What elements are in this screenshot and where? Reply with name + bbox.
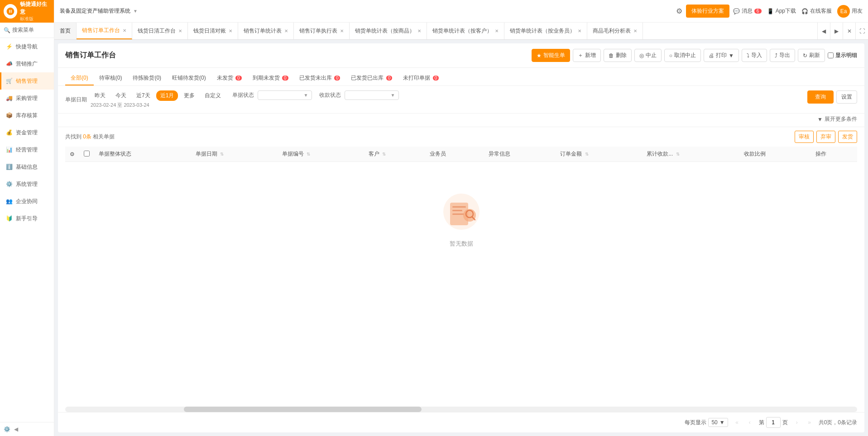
settings-icon[interactable]: ⚙ <box>70 151 75 157</box>
tab-sales-order-workbench[interactable]: 销售订单工作台 ✕ <box>77 23 132 39</box>
plus-icon: ＋ <box>578 52 583 59</box>
first-page-btn[interactable]: « <box>732 417 743 428</box>
sidebar-item-system[interactable]: ⚙️ 系统管理 <box>0 175 54 193</box>
status-select[interactable]: ▼ <box>258 90 312 100</box>
tab-close-sales-exec[interactable]: ✕ <box>340 28 344 33</box>
tab-close-cash-reconcile[interactable]: ✕ <box>229 28 232 33</box>
sidebar-item-purchase[interactable]: 🚚 采购管理 <box>0 90 54 107</box>
ship-btn[interactable]: 发货 <box>838 131 857 143</box>
sidebar-item-guide[interactable]: 🔰 新手引导 <box>0 210 54 227</box>
tab-sales-by-staff[interactable]: 销货单统计表（按业务员） ✕ <box>504 23 587 39</box>
horizontal-scrollbar[interactable] <box>65 407 857 412</box>
sub-tab-overdue[interactable]: 到期未发货 0 <box>247 71 294 85</box>
topbar-gear-icon[interactable]: ⚙ <box>676 7 682 15</box>
page-number-input[interactable] <box>766 417 781 428</box>
unaudit-btn[interactable]: 弃审 <box>816 131 835 143</box>
export-btn[interactable]: ⤴ 导出 <box>770 49 795 62</box>
app-download-btn[interactable]: 📱 App下载 <box>767 7 796 15</box>
tab-expand-btn[interactable]: ⛶ <box>855 23 868 40</box>
date-btn-1month[interactable]: 近1月 <box>156 90 178 101</box>
tab-sales-by-product[interactable]: 销货单统计表（按商品） ✕ <box>350 23 427 39</box>
refresh-btn[interactable]: ↻ 刷新 <box>798 49 825 62</box>
tab-close-by-product[interactable]: ✕ <box>417 28 421 33</box>
th-amount[interactable]: 订单金额 ⇅ <box>556 147 642 162</box>
smart-btn[interactable]: ★ 智能生单 <box>532 49 570 62</box>
tab-close-sales-stats[interactable]: ✕ <box>284 28 288 33</box>
user-menu[interactable]: Ea 用友 <box>837 5 863 18</box>
sub-tab-not-printed[interactable]: 未打印单据 0 <box>398 71 444 85</box>
logo-icon <box>4 4 17 19</box>
sidebar-item-basic[interactable]: ℹ️ 基础信息 <box>0 158 54 175</box>
sidebar-collapse-btn[interactable]: ◀ <box>14 426 18 432</box>
tab-home[interactable]: 首页 <box>54 23 77 39</box>
sidebar-item-sales[interactable]: 🛒 销售管理 <box>0 72 54 90</box>
svg-rect-4 <box>452 213 464 215</box>
sub-tab-shipped-out[interactable]: 已发货已出库 0 <box>345 71 398 85</box>
th-customer[interactable]: 客户 ⇅ <box>364 147 425 162</box>
sidebar-item-quick[interactable]: ⚡ 快捷导航 <box>0 38 54 55</box>
sub-tab-wangpu[interactable]: 旺铺待发货(0) <box>167 71 211 85</box>
date-btn-custom[interactable]: 自定义 <box>201 90 225 101</box>
tab-sales-by-customer[interactable]: 销货单统计表（按客户） ✕ <box>427 23 504 39</box>
show-detail-input[interactable] <box>828 52 834 58</box>
sidebar-settings-btn[interactable]: ⚙️ <box>4 426 10 432</box>
industry-btn[interactable]: 体验行业方案 <box>686 5 729 18</box>
sidebar-item-enterprise[interactable]: 👥 企业协同 <box>0 193 54 210</box>
sidebar-item-inventory[interactable]: 📦 库存核算 <box>0 107 54 124</box>
sub-tab-shipped-not-out[interactable]: 已发货未出库 0 <box>294 71 346 85</box>
th-collected[interactable]: 累计收款... ⇅ <box>642 147 739 162</box>
sidebar-search[interactable]: 🔍 搜索菜单 <box>0 23 54 38</box>
delete-btn[interactable]: 🗑 删除 <box>604 49 632 62</box>
prev-page-btn[interactable]: ‹ <box>744 417 755 428</box>
th-exception[interactable]: 异常信息 <box>484 147 556 162</box>
sub-tab-pending-review[interactable]: 待审核(0) <box>94 71 128 85</box>
tab-close-all-btn[interactable]: ✕ <box>843 23 855 40</box>
scroll-thumb[interactable] <box>184 407 422 412</box>
topbar: 装备及固定资产辅助管理系统 ▼ ⚙ 体验行业方案 💬 消息 6 📱 App下载 … <box>54 0 868 23</box>
tab-close-sales-order[interactable]: ✕ <box>123 28 126 33</box>
cancel-stop-btn[interactable]: ○ 取消中止 <box>664 49 701 62</box>
sidebar-item-finance[interactable]: 💰 资金管理 <box>0 124 54 141</box>
next-page-btn[interactable]: › <box>791 417 802 428</box>
tab-close-by-staff[interactable]: ✕ <box>578 28 581 33</box>
select-all-checkbox[interactable] <box>84 151 90 156</box>
tab-close-by-customer[interactable]: ✕ <box>495 28 499 33</box>
stop-btn[interactable]: ◎ 中止 <box>634 49 662 62</box>
date-btn-today[interactable]: 今天 <box>111 90 130 101</box>
tab-cash-reconcile[interactable]: 钱货日清对账 ✕ <box>188 23 238 39</box>
tab-cash-daily[interactable]: 钱货日清工作台 ✕ <box>132 23 188 39</box>
tab-prev-btn[interactable]: ◀ <box>817 23 830 40</box>
th-action: 操作 <box>811 147 857 162</box>
print-btn[interactable]: 🖨 打印 ▼ <box>704 49 739 62</box>
import-btn[interactable]: ⤵ 导入 <box>742 49 767 62</box>
last-page-btn[interactable]: » <box>804 417 815 428</box>
audit-btn[interactable]: 审核 <box>795 131 814 143</box>
date-btn-yesterday[interactable]: 昨天 <box>91 90 110 101</box>
date-btn-more[interactable]: 更多 <box>180 90 199 101</box>
sidebar-item-marketing[interactable]: 📣 营销推广 <box>0 55 54 72</box>
tab-next-btn[interactable]: ▶ <box>830 23 843 40</box>
add-btn[interactable]: ＋ 新增 <box>573 49 601 62</box>
tab-close-cash-daily[interactable]: ✕ <box>178 28 182 33</box>
tab-close-gross-profit[interactable]: ✕ <box>633 28 637 33</box>
date-btn-7days[interactable]: 近7天 <box>132 90 154 101</box>
page-size-select[interactable]: 50 ▼ <box>708 418 728 427</box>
tab-gross-profit[interactable]: 商品毛利分析表 ✕ <box>587 23 643 39</box>
tab-sales-exec[interactable]: 销售订单执行表 ✕ <box>294 23 350 39</box>
query-btn[interactable]: 查询 <box>807 90 834 104</box>
payment-select[interactable]: ▼ <box>345 90 399 100</box>
sidebar-item-operations[interactable]: 📊 经营管理 <box>0 141 54 158</box>
sub-tab-all[interactable]: 全部(0) <box>65 71 94 85</box>
show-detail-checkbox[interactable]: 显示明细 <box>828 52 857 59</box>
expand-more-btn[interactable]: ▼ 展开更多条件 <box>817 115 857 123</box>
message-btn[interactable]: 💬 消息 6 <box>733 7 762 15</box>
online-service-btn[interactable]: 🎧 在线客服 <box>801 7 832 15</box>
settings-btn[interactable]: 设置 <box>836 90 857 104</box>
sub-tab-pending-inspect[interactable]: 待拣验货(0) <box>127 71 167 85</box>
th-staff[interactable]: 业务员 <box>425 147 484 162</box>
sub-tab-unshipped[interactable]: 未发货 0 <box>211 71 247 85</box>
th-date[interactable]: 单据日期 ⇅ <box>191 147 278 162</box>
tab-sales-stats[interactable]: 销售订单统计表 ✕ <box>238 23 294 39</box>
refresh-icon: ↻ <box>803 52 807 59</box>
th-number[interactable]: 单据编号 ⇅ <box>278 147 364 162</box>
